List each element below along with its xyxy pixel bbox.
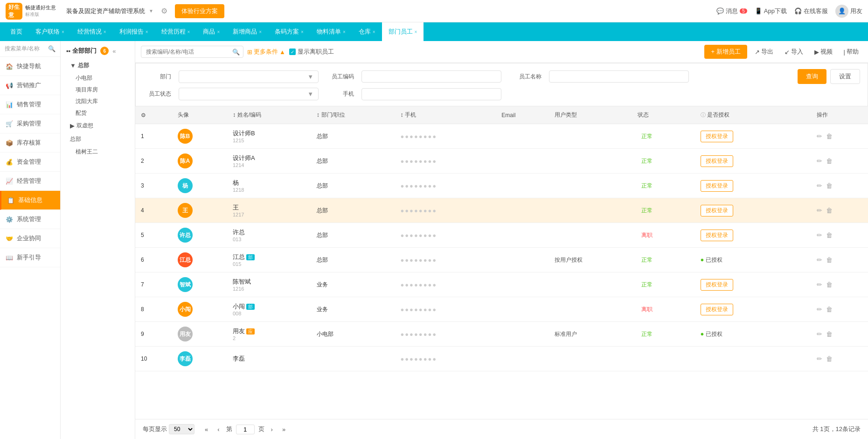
dept-sub-peihuo[interactable]: 配货: [61, 107, 135, 119]
query-btn[interactable]: 查询: [798, 69, 826, 84]
edit-icon[interactable]: ✏: [817, 281, 822, 288]
nav-item-inventory[interactable]: 📦 库存核算: [0, 133, 60, 153]
edit-icon[interactable]: ✏: [817, 182, 822, 189]
delete-icon[interactable]: 🗑: [826, 157, 833, 165]
page-size-select[interactable]: 50 20 100: [169, 424, 194, 434]
experience-btn[interactable]: 体验行业方案: [175, 4, 224, 18]
user-area[interactable]: 👤 用友: [835, 5, 862, 18]
col-name[interactable]: ↕ 姓名/编码: [227, 106, 311, 124]
edit-icon[interactable]: ✏: [817, 231, 822, 239]
help-btn[interactable]: | 帮助: [840, 46, 862, 58]
dept-item-shuangxu[interactable]: ▶双虚想: [61, 119, 135, 132]
nav-item-quick[interactable]: 🏠 快捷导航: [0, 57, 60, 76]
col-dept[interactable]: ↕ 部门/职位: [311, 106, 395, 124]
dept-item-zongbu2[interactable]: 总部: [61, 132, 135, 146]
auth-login-btn[interactable]: 授权登录: [701, 304, 733, 315]
edit-icon[interactable]: ✏: [817, 157, 822, 165]
edit-icon[interactable]: ✏: [817, 132, 822, 140]
auth-login-btn[interactable]: 授权登录: [701, 230, 733, 241]
delete-icon[interactable]: 🗑: [826, 281, 833, 288]
auth-login-btn[interactable]: 授权登录: [701, 155, 733, 167]
delete-icon[interactable]: 🗑: [826, 182, 833, 189]
set-btn[interactable]: 设置: [830, 69, 860, 84]
row-spacer: [787, 322, 811, 347]
edit-icon[interactable]: ✏: [817, 256, 822, 264]
view-btn[interactable]: ▶ 视频: [811, 46, 836, 58]
tab-profit[interactable]: 利润报告 ×: [113, 22, 155, 41]
dept-sub-xiaodibu[interactable]: 小电部: [61, 72, 135, 84]
delete-icon[interactable]: 🗑: [826, 330, 833, 338]
edit-icon[interactable]: ✏: [817, 355, 822, 362]
tab-operations[interactable]: 经营情况 ×: [71, 22, 113, 41]
dept-all-label[interactable]: 全部部门: [72, 47, 97, 55]
dept-filter-select[interactable]: ▼: [179, 70, 319, 83]
prev-page-btn[interactable]: ‹: [215, 425, 222, 434]
system-dropdown-arrow[interactable]: ▼: [149, 8, 153, 14]
dept-sub-shenyang[interactable]: 沈阳大库: [61, 96, 135, 107]
show-resign-checkbox[interactable]: ✓: [289, 49, 296, 55]
edit-icon[interactable]: ✏: [817, 207, 822, 214]
search-input[interactable]: [141, 46, 243, 58]
row-name: 设计师A 1214: [227, 149, 311, 174]
delete-icon[interactable]: 🗑: [826, 256, 833, 264]
tab-new-goods[interactable]: 新增商品 ×: [226, 22, 268, 41]
auth-login-btn[interactable]: 授权登录: [701, 131, 733, 142]
delete-icon[interactable]: 🗑: [826, 306, 833, 313]
emp-name-input[interactable]: [549, 70, 689, 83]
employee-name: 陈智斌: [233, 278, 306, 286]
dept-sub-planting[interactable]: 植树王二: [61, 146, 135, 158]
more-filter-btn[interactable]: ⊞ 更多条件 ▲: [247, 48, 285, 56]
table-header-row: ⚙ 头像 ↕ 姓名/编码 ↕ 部门/职位 ↕ 手机 Email 用户类型: [135, 106, 868, 124]
tab-home[interactable]: 首页: [4, 22, 29, 41]
add-employee-btn[interactable]: + 新增员工: [704, 45, 747, 59]
nav-item-finance[interactable]: 💰 资金管理: [0, 153, 60, 172]
page-input[interactable]: [236, 425, 255, 434]
search-menu-icon[interactable]: 🔍: [48, 45, 56, 52]
next-page-btn[interactable]: ›: [268, 425, 276, 434]
message-btn[interactable]: 💬 消息 5: [716, 7, 747, 15]
nav-item-marketing-label: 营销推广: [17, 81, 41, 90]
nav-item-system[interactable]: ⚙️ 系统管理: [0, 210, 60, 229]
col-settings[interactable]: ⚙: [135, 106, 172, 124]
nav-item-sales[interactable]: 📊 销售管理: [0, 95, 60, 114]
gear-icon[interactable]: ⚙: [161, 7, 167, 15]
dept-item-zongbu[interactable]: ▼总部: [61, 59, 135, 72]
show-resign-area[interactable]: ✓ 显示离职员工: [289, 48, 334, 56]
dept-sub-project[interactable]: 项目库房: [61, 84, 135, 96]
filter-actions: 查询 设置: [798, 69, 860, 84]
tab-dept-staff[interactable]: 部门员工 ×: [382, 22, 424, 41]
row-index: 2: [135, 149, 172, 174]
nav-item-marketing[interactable]: 📢 营销推广: [0, 76, 60, 95]
online-service-btn[interactable]: 🎧 在线客服: [794, 7, 828, 15]
import-btn[interactable]: ↙ 导入: [781, 46, 807, 58]
col-phone[interactable]: ↕ 手机: [395, 106, 496, 124]
auth-login-btn[interactable]: 授权登录: [701, 205, 733, 216]
emp-code-input[interactable]: [361, 70, 501, 83]
export-btn[interactable]: ↗ 导出: [751, 46, 777, 58]
tab-customer[interactable]: 客户联络 ×: [29, 22, 71, 41]
tab-bom[interactable]: 物料清单 ×: [310, 22, 352, 41]
tab-warehouse[interactable]: 仓库 ×: [352, 22, 382, 41]
last-page-btn[interactable]: »: [279, 425, 288, 434]
delete-icon[interactable]: 🗑: [826, 132, 833, 140]
emp-status-select[interactable]: ▼: [179, 88, 319, 100]
delete-icon[interactable]: 🗑: [826, 355, 833, 362]
first-page-btn[interactable]: «: [202, 425, 211, 434]
auth-login-btn[interactable]: 授权登录: [701, 279, 733, 291]
nav-item-purchase[interactable]: 🛒 采购管理: [0, 114, 60, 133]
dept-collapse-icon[interactable]: «: [112, 48, 116, 55]
nav-item-ops[interactable]: 📈 经营管理: [0, 172, 60, 191]
edit-icon[interactable]: ✏: [817, 330, 822, 338]
nav-item-basic[interactable]: 📋 基础信息: [0, 191, 60, 210]
auth-login-btn[interactable]: 授权登录: [701, 180, 733, 192]
tab-goods[interactable]: 商品 ×: [196, 22, 226, 41]
tab-history[interactable]: 经营历程 ×: [155, 22, 197, 41]
nav-item-collab[interactable]: 🤝 企业协同: [0, 229, 60, 248]
edit-icon[interactable]: ✏: [817, 306, 822, 313]
tab-barcode[interactable]: 条码方案 ×: [268, 22, 310, 41]
delete-icon[interactable]: 🗑: [826, 207, 833, 214]
phone-input[interactable]: [361, 88, 501, 100]
delete-icon[interactable]: 🗑: [826, 231, 833, 239]
nav-item-guide[interactable]: 📖 新手引导: [0, 248, 60, 267]
app-download-btn[interactable]: 📱 App下载: [755, 7, 787, 15]
